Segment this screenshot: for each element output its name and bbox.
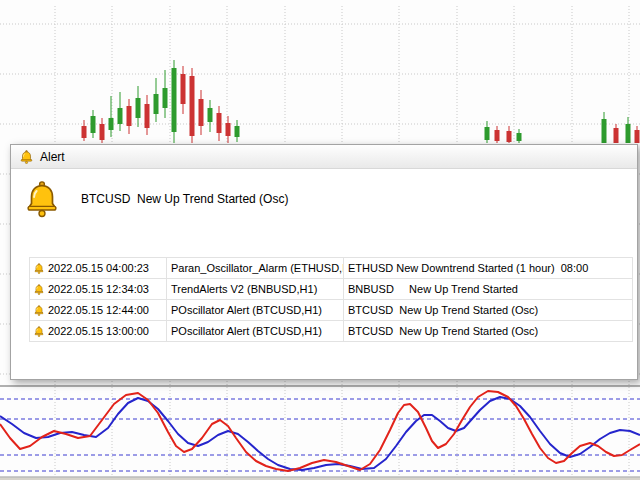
alert-time: 2022.05.15 04:00:23 — [48, 262, 149, 274]
alert-text: ETHUSD New Downtrend Started (1 hour) 08… — [344, 258, 633, 279]
alert-source: POscillator Alert (BTCUSD,H1) — [167, 321, 344, 342]
alert-source: Paran_Oscillator_Alarm (ETHUSD,H1) — [167, 258, 344, 279]
alert-dialog-titlebar[interactable]: Alert — [11, 145, 637, 169]
bell-icon — [34, 305, 44, 316]
alert-message-row: BTCUSD New Up Trend Started (Osc) — [25, 177, 288, 221]
alert-time-cell: 2022.05.15 13:00:00 — [30, 321, 167, 342]
alert-text: BTCUSD New Up Trend Started (Osc) — [344, 300, 633, 321]
alert-row[interactable]: 2022.05.15 12:44:00POscillator Alert (BT… — [30, 300, 633, 321]
bell-icon — [34, 284, 44, 295]
alert-time-cell: 2022.05.15 12:34:03 — [30, 279, 167, 300]
bell-icon — [34, 263, 44, 274]
mt-terminal: Alert BTCUSD New Up Trend Started (Osc) … — [0, 0, 640, 480]
alert-time: 2022.05.15 12:44:00 — [48, 304, 149, 316]
alert-bell-icon — [25, 180, 59, 218]
alert-history-table: 2022.05.15 04:00:23Paran_Oscillator_Alar… — [29, 257, 633, 342]
alert-text: BNBUSD New Up Trend Started — [344, 279, 633, 300]
alert-time-cell: 2022.05.15 04:00:23 — [30, 258, 167, 279]
alert-row[interactable]: 2022.05.15 13:00:00POscillator Alert (BT… — [30, 321, 633, 342]
bell-icon — [20, 150, 33, 164]
alert-row[interactable]: 2022.05.15 04:00:23Paran_Oscillator_Alar… — [30, 258, 633, 279]
alert-time: 2022.05.15 12:34:03 — [48, 283, 149, 295]
alert-dialog-title: Alert — [40, 150, 65, 164]
alert-message: BTCUSD New Up Trend Started (Osc) — [81, 192, 288, 206]
alert-time: 2022.05.15 13:00:00 — [48, 325, 149, 337]
alert-text: BTCUSD New Up Trend Started (Osc) — [344, 321, 633, 342]
alert-source: POscillator Alert (BTCUSD,H1) — [167, 300, 344, 321]
alert-dialog-body: BTCUSD New Up Trend Started (Osc) 2022.0… — [11, 169, 637, 379]
alert-dialog: Alert BTCUSD New Up Trend Started (Osc) … — [10, 144, 638, 380]
alert-row[interactable]: 2022.05.15 12:34:03TrendAlerts V2 (BNBUS… — [30, 279, 633, 300]
alert-source: TrendAlerts V2 (BNBUSD,H1) — [167, 279, 344, 300]
bell-icon — [34, 326, 44, 337]
alert-time-cell: 2022.05.15 12:44:00 — [30, 300, 167, 321]
